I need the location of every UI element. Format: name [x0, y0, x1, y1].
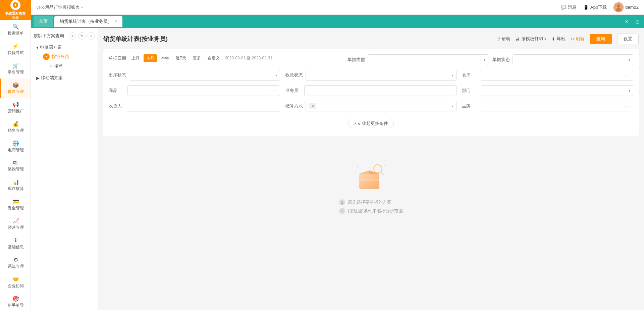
export-button[interactable]: ⬇ 导出: [551, 36, 565, 42]
tree-leaf-salesperson[interactable]: ● 按业务员: [40, 52, 95, 62]
sidebar-item-marketing[interactable]: 📢 营销推广: [0, 98, 31, 117]
mobile-group-header[interactable]: ▶ 移动端方案: [34, 73, 95, 83]
date-tab-this-month[interactable]: 本月: [144, 54, 157, 62]
leaf-icon: ●: [43, 53, 50, 60]
user-profile[interactable]: demo2: [613, 2, 639, 12]
salesperson-control[interactable]: ···: [304, 85, 457, 96]
tree-sub-leaf-order[interactable]: ≡ 按单: [40, 62, 95, 70]
sidebar-item-label-wholesale: 批发管理: [2, 89, 29, 95]
tab-home[interactable]: 首页: [34, 16, 53, 27]
svg-point-3: [616, 8, 621, 11]
sidebar-item-purchase[interactable]: 🛍 采购管理: [0, 156, 31, 175]
out-status-label: 出库状态: [109, 72, 126, 78]
date-tab-last-month[interactable]: 上月: [129, 54, 142, 62]
date-range: 2023-03-01 至 2023-03-31: [225, 55, 272, 61]
sidebar-item-system[interactable]: ⚙ 系统管理: [0, 253, 31, 273]
sidebar-item-quick-nav[interactable]: ⚡ 快捷导航: [0, 40, 31, 59]
brand-dots-icon: ···: [624, 103, 630, 109]
consignee-filter: 收货人 ···: [109, 101, 280, 111]
warehouse-label: 仓库: [462, 72, 478, 78]
logo-icon: [10, 0, 20, 10]
sidebar-item-newbie[interactable]: 🎯 新手引导: [0, 292, 31, 310]
sidebar-item-label-quick: 快捷导航: [2, 50, 29, 56]
sidebar-item-wholesale[interactable]: 📦 批发管理: [0, 79, 31, 98]
date-tab-last7[interactable]: 近7天: [173, 54, 189, 62]
user-name: demo2: [625, 5, 639, 10]
date-tab-this-year[interactable]: 本年: [158, 54, 172, 62]
sidebar-item-label-sales: 销售管理: [2, 128, 29, 134]
marketing-icon: 📢: [2, 101, 29, 108]
salesperson-filter: 业务员 ···: [285, 85, 457, 96]
template-print-label: 按模板打印: [521, 36, 543, 42]
newbie-icon: 🎯: [2, 296, 29, 302]
sidebar-item-operations[interactable]: 📈 经营管理: [0, 214, 31, 234]
refresh-button[interactable]: ↻ 刷新: [571, 36, 584, 42]
warehouse-control[interactable]: ···: [481, 70, 633, 81]
app-logo: 畅捷通好生意 标版: [0, 0, 31, 20]
search-menu-icon: 🔍: [2, 23, 29, 30]
sidebar-item-sales[interactable]: 💰 销售管理: [0, 117, 31, 137]
settlement-clear-icon[interactable]: ×: [312, 104, 314, 108]
doc-status-control[interactable]: ▾: [513, 54, 633, 65]
account-switcher[interactable]: 办公用品行业模拟账套 ▾: [36, 4, 83, 10]
date-tab-label-year: 本年: [161, 56, 169, 60]
product-filter: 商品 ···: [109, 85, 280, 96]
brand-control[interactable]: ···: [481, 101, 633, 111]
product-control[interactable]: ···: [127, 85, 280, 96]
message-button[interactable]: 💬 消息: [561, 4, 577, 10]
consignee-dots-icon: ···: [271, 103, 277, 108]
tab-sales-stat[interactable]: 销货单统计表（按业务员） ×: [54, 16, 122, 27]
date-tab-custom[interactable]: 自定义: [205, 54, 222, 62]
sidebar-item-inventory[interactable]: 📊 库存核算: [0, 175, 31, 195]
app-download-button[interactable]: 📱 App下载: [583, 4, 607, 10]
collapse-panel-button[interactable]: «: [88, 32, 95, 40]
enterprise-icon: 🤝: [2, 276, 29, 282]
sidebar-item-label-operations: 经营管理: [2, 225, 29, 230]
logo-subtext: 标版: [12, 15, 19, 20]
ecommerce-icon: 🌐: [2, 140, 29, 147]
doc-type-control[interactable]: ▾: [368, 54, 488, 65]
purchase-icon: 🛍: [2, 160, 29, 166]
tree-pc-group[interactable]: ▾ 电脑端方案: [34, 43, 95, 52]
date-tab-label-more: 更多: [193, 56, 201, 60]
template-print-button[interactable]: 🖨 按模板打印 ▾: [516, 36, 546, 42]
date-tab-label-this: 本月: [146, 56, 154, 60]
sidebar-item-enterprise[interactable]: 🤝 企业协同: [0, 273, 31, 292]
sidebar-item-finance[interactable]: 💳 资金管理: [0, 195, 31, 214]
tab-restore-button[interactable]: ⊡: [633, 17, 641, 25]
department-control[interactable]: ▾: [481, 85, 633, 96]
svg-line-7: [381, 172, 384, 175]
collapse-button[interactable]: ∧∧ 收起更多条件: [348, 119, 394, 128]
sidebar-item-label-inventory: 库存核算: [2, 186, 29, 192]
print-dropdown-icon: ▾: [544, 37, 546, 41]
panel-title: 按以下方案查询 + ✎ «: [34, 32, 95, 40]
sidebar-item-search-menu[interactable]: 🔍 搜索菜单: [0, 20, 31, 40]
out-status-control[interactable]: ▾: [129, 70, 280, 81]
sidebar-item-ecommerce[interactable]: 🌐 电商管理: [0, 137, 31, 156]
tab-close-all-button[interactable]: ✕: [623, 17, 631, 25]
sidebar-item-basic[interactable]: ℹ 基础信息: [0, 234, 31, 253]
query-button[interactable]: 查询: [590, 34, 612, 44]
edit-scheme-button[interactable]: ✎: [78, 32, 86, 40]
date-tab-label-7: 近7天: [176, 56, 186, 60]
collapse-icon: «: [90, 34, 93, 38]
settlement-control[interactable]: × ▾: [306, 101, 457, 111]
help-icon: ?: [498, 37, 500, 42]
settings-button[interactable]: 设置: [617, 34, 639, 44]
receipt-status-control[interactable]: ▾: [306, 70, 457, 81]
svg-point-8: [357, 166, 358, 168]
settlement-clear-tag[interactable]: ×: [309, 103, 316, 109]
sidebar-item-label-finance: 资金管理: [2, 205, 29, 211]
tab-close-button[interactable]: ×: [115, 19, 117, 24]
sidebar-item-retail[interactable]: 🛒 零售管理: [0, 59, 31, 79]
help-button[interactable]: ? 帮助: [498, 36, 510, 42]
consignee-control[interactable]: ···: [127, 101, 280, 111]
add-scheme-button[interactable]: +: [69, 32, 76, 40]
logo-text: 畅捷通好生意: [5, 11, 25, 15]
account-chevron-icon: ▾: [81, 5, 83, 9]
tip-text-1: 请先选择要分析的方案: [348, 199, 391, 205]
settlement-label: 结算方式: [285, 103, 303, 109]
date-tab-more[interactable]: 更多: [190, 54, 204, 62]
settlement-chevron-icon: ▾: [452, 104, 453, 108]
sidebar-item-label-system: 系统管理: [2, 264, 29, 269]
